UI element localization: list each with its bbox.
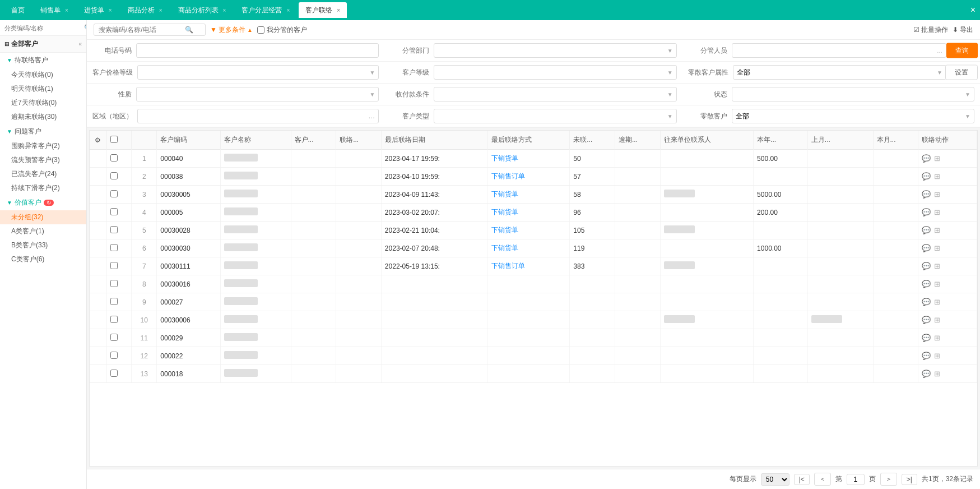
ellipsis-icon[interactable]: … (368, 112, 375, 120)
grid-action-icon[interactable]: ⊞ (934, 208, 940, 216)
th-this-month[interactable]: 本月... (873, 131, 918, 150)
filter-select-status[interactable]: ▼ (732, 87, 974, 102)
sidebar-item-7days-pending[interactable]: 近7天待联络(0) (0, 96, 86, 110)
tab-customer-segment[interactable]: 客户分层经营 × (235, 2, 296, 18)
grid-action-icon[interactable]: ⊞ (934, 334, 940, 342)
last-method-link[interactable]: 下销货单 (491, 190, 518, 198)
th-overdue[interactable]: 逾期... (615, 131, 661, 150)
per-page-select[interactable]: 50 100 (761, 473, 789, 486)
td-checkbox[interactable] (106, 186, 132, 204)
td-checkbox[interactable] (106, 222, 132, 239)
filter-search-input[interactable] (99, 26, 183, 34)
th-checkbox[interactable] (106, 131, 132, 150)
filter-search-icon[interactable]: 🔍 (185, 26, 193, 34)
filter-input-phone[interactable] (136, 43, 379, 58)
sidebar-search-input[interactable] (4, 25, 82, 31)
batch-op-btn[interactable]: ☑ 批量操作 (913, 25, 948, 35)
chat-icon[interactable]: 💬 (922, 172, 931, 181)
tab-product-analysis[interactable]: 商品分析 × (121, 2, 169, 18)
grid-action-icon[interactable]: ⊞ (934, 154, 940, 163)
filter-select-nature[interactable]: ▼ (136, 87, 379, 102)
th-counterpart[interactable]: 往来单位联系人 (660, 131, 753, 150)
close-tab-sales-order[interactable]: × (65, 7, 68, 13)
grid-action-icon[interactable]: ⊞ (934, 280, 940, 288)
filter-select-manager[interactable]: … (732, 43, 946, 58)
tab-home[interactable]: 首页 (4, 2, 31, 18)
last-method-link[interactable]: 下销售订单 (491, 262, 525, 270)
chat-icon[interactable]: 💬 (922, 316, 931, 324)
query-button[interactable]: 查询 (946, 43, 978, 58)
sidebar-item-tomorrow-pending[interactable]: 明天待联络(1) (0, 82, 86, 96)
th-this-year[interactable]: 本年... (754, 131, 808, 150)
reset-button[interactable]: 设置 (945, 65, 978, 80)
sidebar-group-value[interactable]: ▼ 价值客户 ↻ (0, 195, 86, 210)
sidebar-item-overdue-pending[interactable]: 逾期未联络(30) (0, 110, 86, 124)
th-contact[interactable]: 联络... (336, 131, 382, 150)
close-tab-product-analysis-list[interactable]: × (223, 7, 226, 13)
last-page-btn[interactable]: >| (902, 474, 917, 485)
td-checkbox[interactable] (106, 150, 132, 168)
close-tab-purchase-order[interactable]: × (109, 7, 112, 13)
th-settings[interactable]: ⚙ (90, 131, 106, 150)
tab-purchase-order[interactable]: 进货单 × (77, 2, 119, 18)
grid-action-icon[interactable]: ⊞ (934, 262, 940, 270)
last-method-link[interactable]: 下销货单 (491, 226, 518, 234)
filter-select-price-level[interactable]: ▼ (137, 65, 379, 80)
page-number-input[interactable] (847, 474, 865, 485)
filter-select-region[interactable]: … (137, 109, 379, 123)
chat-icon[interactable]: 💬 (922, 280, 931, 288)
sidebar-item-class-b[interactable]: B类客户(33) (0, 238, 86, 252)
td-checkbox[interactable] (106, 329, 132, 347)
sidebar-item-churned[interactable]: 已流失客户(24) (0, 167, 86, 181)
last-method-link[interactable]: 下销售订单 (491, 172, 525, 180)
td-checkbox[interactable] (106, 204, 132, 222)
th-last-month[interactable]: 上月... (807, 131, 873, 150)
th-name[interactable]: 客户名称 (221, 131, 291, 150)
last-method-link[interactable]: 下销货单 (491, 154, 518, 162)
chat-icon[interactable]: 💬 (922, 244, 931, 252)
sidebar-group-pending[interactable]: ▼ 待联络客户 (0, 53, 86, 68)
last-method-link[interactable]: 下销货单 (491, 244, 518, 252)
td-checkbox[interactable] (106, 257, 132, 275)
sidebar-item-churn-warning[interactable]: 流失预警客户(3) (0, 153, 86, 167)
close-tab-customer-segment[interactable]: × (286, 7, 290, 13)
sidebar-item-hoard-abnormal[interactable]: 囤购异常客户(2) (0, 139, 86, 153)
chat-icon[interactable]: 💬 (922, 262, 931, 270)
chat-icon[interactable]: 💬 (922, 334, 931, 342)
chat-icon[interactable]: 💬 (922, 298, 931, 306)
chat-icon[interactable]: 💬 (922, 190, 931, 199)
th-code[interactable]: 客户编码 (157, 131, 221, 150)
my-customers-checkbox[interactable] (257, 26, 264, 34)
filter-select-dept[interactable]: ▼ (434, 43, 676, 58)
sidebar-item-ungrouped[interactable]: 未分组(32) (0, 210, 86, 224)
th-no-contact[interactable]: 未联... (570, 131, 615, 150)
more-conditions-btn[interactable]: ▼ 更多条件 ▲ (210, 25, 253, 35)
td-checkbox[interactable] (106, 275, 132, 293)
grid-action-icon[interactable]: ⊞ (934, 244, 940, 252)
chat-icon[interactable]: 💬 (922, 370, 931, 378)
td-checkbox[interactable] (106, 365, 132, 383)
collapse-sidebar-icon[interactable]: « (78, 41, 82, 47)
grid-action-icon[interactable]: ⊞ (934, 316, 940, 324)
td-checkbox[interactable] (106, 311, 132, 329)
prev-page-btn[interactable]: ＜ (814, 473, 831, 486)
td-checkbox[interactable] (106, 293, 132, 311)
all-customers-header[interactable]: ⊞ 全部客户 « (0, 36, 86, 53)
td-checkbox[interactable] (106, 239, 132, 257)
sidebar-item-class-c[interactable]: C类客户(6) (0, 252, 86, 266)
sidebar-group-problem[interactable]: ▼ 问题客户 (0, 124, 86, 139)
filter-select-payment[interactable]: ▼ (434, 87, 676, 102)
close-all-button[interactable]: × (970, 5, 976, 15)
td-checkbox[interactable] (106, 347, 132, 365)
grid-action-icon[interactable]: ⊞ (934, 298, 940, 306)
close-tab-product-analysis[interactable]: × (159, 7, 162, 13)
grid-action-icon[interactable]: ⊞ (934, 190, 940, 199)
chat-icon[interactable]: 💬 (922, 208, 931, 216)
tab-sales-order[interactable]: 销售单 × (34, 2, 75, 18)
chat-icon[interactable]: 💬 (922, 352, 931, 360)
filter-select-sparse-attr[interactable]: 全部▼ (733, 65, 946, 80)
next-page-btn[interactable]: ＞ (880, 473, 897, 486)
grid-action-icon[interactable]: ⊞ (934, 370, 940, 378)
th-last-contact-method[interactable]: 最后联络方式 (488, 131, 570, 150)
select-all-checkbox[interactable] (110, 136, 118, 143)
